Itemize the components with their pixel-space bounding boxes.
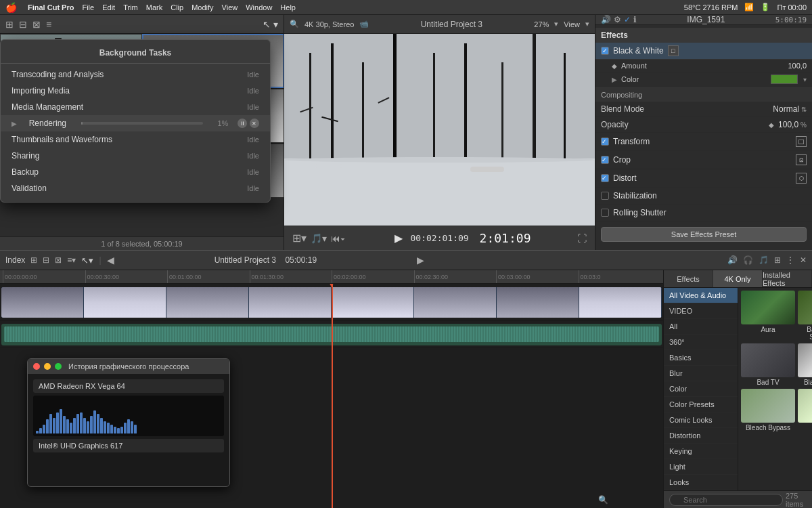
viewer-audio-btn[interactable]: 🎵▾ bbox=[311, 233, 327, 244]
crop-checkbox[interactable]: ✓ bbox=[601, 156, 609, 164]
rolling-shutter-checkbox[interactable] bbox=[601, 209, 609, 217]
gpu-minimize-btn[interactable] bbox=[44, 363, 51, 370]
cat-basics[interactable]: Basics bbox=[664, 350, 738, 366]
cat-color-presets[interactable]: Color Presets bbox=[664, 397, 738, 412]
gpu-maximize-btn[interactable] bbox=[55, 363, 62, 370]
viewer-view-mode-btn[interactable]: ⊞▾ bbox=[292, 232, 307, 245]
fullscreen-btn[interactable]: ⛶ bbox=[577, 233, 587, 244]
color-swatch[interactable] bbox=[771, 75, 798, 84]
menu-edit[interactable]: Edit bbox=[102, 3, 115, 12]
tl-icon3[interactable]: ⊠ bbox=[55, 255, 62, 265]
apple-menu[interactable]: 🍎 bbox=[5, 2, 17, 13]
stabilization-checkbox[interactable] bbox=[601, 192, 609, 200]
bw-expand-icon[interactable]: □ bbox=[668, 45, 679, 56]
opacity-row: Opacity ◆ 100,0 % bbox=[595, 117, 812, 133]
play-button[interactable]: ▶ bbox=[392, 232, 405, 245]
tl-icon4[interactable]: ≡▾ bbox=[67, 255, 76, 265]
menu-trim[interactable]: Trim bbox=[123, 3, 138, 12]
color-dropdown-arrow[interactable]: ▾ bbox=[803, 76, 807, 83]
blend-mode-arrows[interactable]: ⇅ bbox=[801, 106, 807, 113]
bottom-area: Index ⊞ ⊟ ⊠ ≡▾ ↖▾ | ◀ Untitled Project 3… bbox=[0, 250, 812, 508]
effect-thumb-black-white[interactable]: Black & White bbox=[798, 343, 812, 386]
inspector-info-icon[interactable]: ℹ bbox=[633, 15, 637, 24]
viewer-extra-btn[interactable]: ⏮▾ bbox=[331, 233, 345, 244]
menu-modify[interactable]: Modify bbox=[191, 3, 213, 12]
app-name[interactable]: Final Cut Pro bbox=[28, 3, 74, 12]
transform-icon[interactable]: □ bbox=[796, 136, 807, 147]
expand-arrow-color[interactable]: ▶ bbox=[612, 76, 617, 83]
crop-icon[interactable]: ⊡ bbox=[796, 154, 807, 165]
tl-layout-icon[interactable]: ⊞ bbox=[774, 255, 781, 265]
bw-checkbox[interactable]: ✓ bbox=[601, 47, 609, 55]
bw-effect-name: Black & White bbox=[613, 46, 664, 56]
viewer-view-btn[interactable]: View bbox=[564, 20, 580, 28]
cat-distortion[interactable]: Distortion bbox=[664, 428, 738, 444]
menu-window[interactable]: Window bbox=[246, 3, 272, 12]
tl-zoom-in-icon[interactable]: 🎧 bbox=[743, 255, 753, 265]
viewer-zoom-arrow[interactable]: ▾ bbox=[554, 20, 558, 28]
distort-checkbox[interactable]: ✓ bbox=[601, 174, 609, 182]
effect-thumb-bad-tv[interactable]: Bad TV bbox=[741, 343, 795, 386]
cat-light[interactable]: Light bbox=[664, 459, 738, 475]
cat-video[interactable]: VIDEO bbox=[664, 303, 738, 319]
tl-audio-icon[interactable]: 🎵 bbox=[759, 255, 769, 265]
tl-icon2[interactable]: ⊟ bbox=[43, 255, 49, 265]
viewer-search-icon[interactable]: 🔍 bbox=[290, 20, 299, 28]
tl-prev-btn[interactable]: ◀ bbox=[107, 255, 114, 266]
tl-zoom-out-icon[interactable]: 🔊 bbox=[727, 255, 738, 265]
effects-search-input[interactable] bbox=[669, 494, 783, 506]
ruler-mark-0: 00:00:00:00 bbox=[3, 270, 85, 284]
timecode-display: 00:02:01:09 bbox=[411, 233, 469, 243]
render-stop-btn[interactable]: ✕ bbox=[250, 119, 259, 128]
bw-thumb-img bbox=[798, 343, 812, 377]
tab-effects[interactable]: Effects bbox=[664, 270, 713, 287]
cat-comic-looks[interactable]: Comic Looks bbox=[664, 412, 738, 428]
distort-icon[interactable]: ⬡ bbox=[796, 173, 807, 184]
tl-close-icon[interactable]: ✕ bbox=[800, 255, 807, 265]
cat-all[interactable]: All bbox=[664, 319, 738, 335]
cat-looks[interactable]: Looks bbox=[664, 475, 738, 490]
tl-icon1[interactable]: ⊞ bbox=[30, 255, 37, 265]
inspector-duration: 5:00:19 bbox=[775, 16, 807, 24]
cat-blur[interactable]: Blur bbox=[664, 366, 738, 381]
inspector-icon2[interactable]: ⚙ bbox=[614, 15, 621, 24]
inspector-icon3[interactable]: ✓ bbox=[624, 15, 631, 24]
tab-4k-only[interactable]: 4K Only bbox=[713, 270, 763, 287]
menu-clip[interactable]: Clip bbox=[171, 3, 183, 12]
effect-thumb-bloom[interactable]: Bloom bbox=[798, 389, 812, 431]
blend-mode-value[interactable]: Normal ⇅ bbox=[773, 104, 807, 114]
menu-view[interactable]: View bbox=[222, 3, 238, 12]
effect-thumb-bg-squares[interactable]: Background Squares 5 bbox=[798, 291, 812, 341]
viewer-view-arrow[interactable]: ▾ bbox=[585, 20, 589, 28]
save-effects-preset-button[interactable]: Save Effects Preset bbox=[601, 227, 807, 242]
timeline-playhead[interactable] bbox=[332, 284, 333, 508]
browser-arrow-tool[interactable]: ↖ ▾ bbox=[263, 19, 278, 30]
gpu-bar-11 bbox=[73, 418, 76, 433]
browser-icon3: ⊠ bbox=[32, 19, 41, 30]
cat-keying[interactable]: Keying bbox=[664, 444, 738, 459]
tl-next-btn[interactable]: ▶ bbox=[417, 255, 424, 266]
opacity-value[interactable]: 100,0 % bbox=[778, 120, 807, 129]
menu-help[interactable]: Help bbox=[280, 3, 296, 12]
transform-checkbox[interactable]: ✓ bbox=[601, 137, 609, 146]
inspector-icon1[interactable]: 🔊 bbox=[601, 15, 611, 24]
render-pause-btn[interactable]: ⏸ bbox=[238, 119, 247, 128]
effect-thumb-aura[interactable]: Aura bbox=[741, 291, 795, 341]
vf-1 bbox=[1, 287, 84, 318]
render-progress-fill bbox=[81, 122, 83, 125]
cat-all-video-audio[interactable]: All Video & Audio bbox=[664, 288, 738, 303]
index-label[interactable]: Index bbox=[5, 255, 25, 265]
tl-arrow-tool[interactable]: ↖▾ bbox=[81, 255, 93, 266]
gpu-close-btn[interactable] bbox=[33, 363, 40, 370]
render-controls[interactable]: ⏸ ✕ bbox=[238, 119, 259, 128]
ruler-mark-6: 00:03:00:00 bbox=[496, 270, 579, 284]
amount-value[interactable]: 100,0 bbox=[788, 62, 807, 70]
menu-file[interactable]: File bbox=[82, 3, 94, 12]
cat-color[interactable]: Color bbox=[664, 381, 738, 397]
task-name-importing: Importing Media bbox=[12, 86, 70, 96]
tab-installed[interactable]: Installed Effects bbox=[763, 270, 812, 287]
cat-360[interactable]: 360° bbox=[664, 335, 738, 350]
tl-grid-icon[interactable]: ⋮ bbox=[786, 255, 794, 265]
effect-thumb-bleach[interactable]: Bleach Bypass bbox=[741, 389, 795, 431]
menu-mark[interactable]: Mark bbox=[146, 3, 162, 12]
